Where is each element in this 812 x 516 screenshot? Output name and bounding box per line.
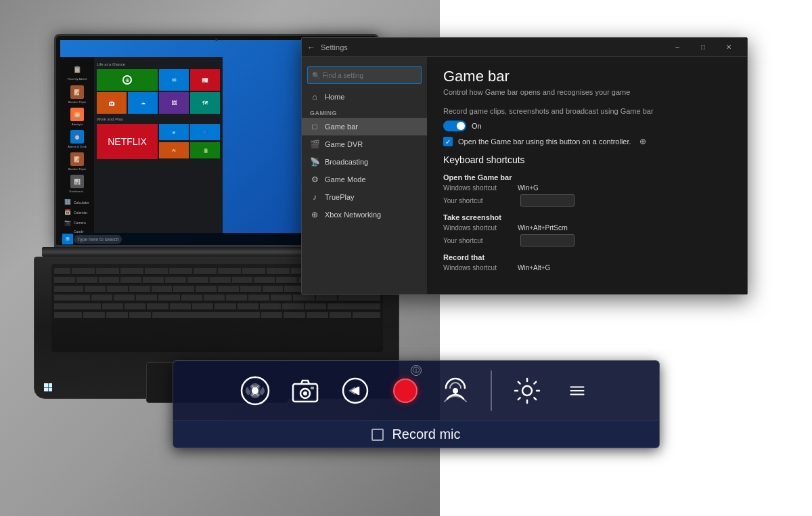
- key-row-4: [54, 295, 380, 301]
- gamebar-xbox-button[interactable]: [240, 376, 270, 406]
- search-icon: 🔍: [312, 72, 320, 79]
- sidebar-item-home[interactable]: ⌂ Home: [302, 88, 427, 106]
- sidebar-item-game-mode[interactable]: ⚙ Game Mode: [302, 171, 427, 188]
- game-bar-toggle[interactable]: [443, 121, 466, 131]
- tile-adobe[interactable]: Ai: [159, 142, 189, 158]
- start-camera[interactable]: 📷Camera: [62, 218, 93, 227]
- shortcut-windows-label-1: Windows shortcut: [443, 224, 518, 232]
- record-mic-checkbox[interactable]: [371, 429, 384, 441]
- tile-news[interactable]: 📰: [190, 69, 220, 91]
- xbox-networking-icon: ⊕: [310, 210, 319, 219]
- record-dot: [393, 379, 418, 403]
- close-button[interactable]: ✕: [716, 38, 742, 57]
- shortcut-windows-value-1: Win+Alt+PrtScrn: [518, 224, 568, 232]
- key-esc: [54, 268, 70, 275]
- shortcut-your-input-1[interactable]: [520, 234, 574, 246]
- key-row-6: [54, 312, 380, 319]
- gamebar-rewind-button[interactable]: [340, 376, 370, 406]
- key-f7: [218, 268, 241, 275]
- key-m: [238, 303, 258, 310]
- svg-point-5: [303, 391, 307, 395]
- sidebar-item-game-bar[interactable]: □ Game bar: [302, 118, 427, 135]
- shortcut-your-input-0[interactable]: [520, 194, 574, 207]
- sidebar-item-trueplay[interactable]: ♪ TruePlay: [302, 188, 427, 206]
- key-fn: [83, 312, 105, 319]
- key-up: [307, 312, 328, 319]
- start-nav-recently-added[interactable]: 📋 Recently Added: [60, 60, 94, 83]
- start-nav-alarms[interactable]: ⏰ Alarms & Clock: [60, 128, 94, 150]
- key-s: [114, 295, 135, 301]
- laptop-windows-logo: [43, 382, 53, 393]
- start-calendar[interactable]: 📅Calendar: [62, 208, 93, 217]
- sidebar-item-xbox-networking[interactable]: ⊕ Xbox Networking: [302, 206, 427, 223]
- sidebar-item-broadcasting[interactable]: 📡 Broadcasting: [302, 153, 427, 171]
- key-alt-l: [129, 312, 151, 319]
- toggle-knob: [457, 122, 465, 130]
- taskbar-start-button[interactable]: ⊞: [62, 234, 73, 244]
- start-menu-left-nav: 📋 Recently Added 📝 Bamboo Paper 🌅 Afterl…: [60, 57, 94, 233]
- maximize-button[interactable]: □: [690, 38, 716, 57]
- shortcut-group-screenshot: Take screenshot Windows shortcut Win+Alt…: [443, 213, 731, 246]
- tile-netflix[interactable]: NETFLIX: [97, 124, 158, 159]
- gamebar-settings-button[interactable]: [512, 376, 542, 406]
- key-h: [204, 295, 225, 301]
- sidebar-item-xbox-networking-label: Xbox Networking: [325, 211, 381, 219]
- sidebar-item-game-dvr[interactable]: 🎬 Game DVR: [302, 135, 427, 153]
- tile-office[interactable]: 📗: [190, 142, 220, 158]
- settings-search-input[interactable]: [323, 72, 417, 79]
- shortcut-windows-value-2: Win+Alt+G: [518, 264, 550, 272]
- key-r: [152, 286, 173, 293]
- back-button[interactable]: ←: [307, 43, 315, 52]
- key-o: [263, 286, 284, 293]
- gamebar-screenshot-button[interactable]: [290, 376, 320, 406]
- key-dot: [282, 303, 303, 310]
- key-row-5: [54, 303, 380, 310]
- gamebar-broadcast-button[interactable]: [441, 376, 470, 406]
- controller-checkbox[interactable]: ✓: [443, 137, 453, 146]
- key-6: [187, 277, 208, 284]
- key-l: [271, 295, 292, 301]
- toggle-on-label: On: [472, 122, 482, 130]
- tile-xbox[interactable]: ⊕: [97, 69, 158, 91]
- key-u: [218, 286, 239, 293]
- controller-checkbox-label: Open the Game bar using this button on a…: [458, 137, 631, 146]
- controller-checkbox-row: ✓ Open the Game bar using this button on…: [443, 137, 731, 146]
- key-f2: [96, 268, 119, 275]
- key-quote: [316, 295, 337, 301]
- sidebar-item-game-mode-label: Game Mode: [325, 175, 366, 184]
- key-lshift: [54, 303, 101, 310]
- taskbar-search-box[interactable]: Type here to search: [74, 235, 122, 244]
- shortcut-screenshot-yours: Your shortcut: [443, 234, 731, 246]
- key-5: [165, 277, 186, 284]
- minimize-button[interactable]: –: [664, 38, 690, 57]
- tile-edge2[interactable]: 🔵: [190, 124, 220, 140]
- tile-maps[interactable]: 🗺: [190, 92, 220, 114]
- tile-mail[interactable]: ✉: [159, 69, 189, 91]
- key-z: [102, 303, 123, 310]
- gamebar-menu-button[interactable]: [562, 376, 592, 406]
- xbox-icon: [240, 376, 270, 406]
- key-space: [152, 312, 260, 319]
- key-a: [91, 295, 112, 301]
- home-icon: ⌂: [310, 92, 319, 102]
- settings-search-box[interactable]: 🔍: [307, 66, 422, 84]
- tile-weather[interactable]: ☁: [128, 92, 158, 114]
- key-tilde: [54, 277, 75, 284]
- tile-photos[interactable]: 🖼: [159, 92, 189, 114]
- start-nav-bamboo2[interactable]: 📝 Bamboo Paper: [60, 150, 94, 173]
- start-nav-dashboard[interactable]: 📊 Dashboard...: [60, 173, 94, 195]
- game-mode-icon: ⚙: [310, 175, 319, 184]
- key-f8: [242, 268, 265, 275]
- gamebar-record-button[interactable]: [390, 376, 420, 406]
- key-ctrl-l: [54, 312, 82, 319]
- sidebar-item-game-bar-label: Game bar: [325, 123, 358, 131]
- tile-edge[interactable]: e: [159, 124, 189, 140]
- start-nav-bamboo[interactable]: 📝 Bamboo Paper: [60, 83, 94, 106]
- key-e: [129, 286, 150, 293]
- start-nav-afterlight[interactable]: 🌅 Afterlight: [60, 106, 94, 128]
- tile-calendar[interactable]: 📅: [97, 92, 127, 114]
- start-calculator[interactable]: 🔢Calculator: [62, 198, 93, 207]
- gamebar-info-icon[interactable]: ⓘ: [411, 365, 422, 376]
- check-icon: ✓: [445, 138, 451, 146]
- game-bar-icon: □: [310, 122, 319, 131]
